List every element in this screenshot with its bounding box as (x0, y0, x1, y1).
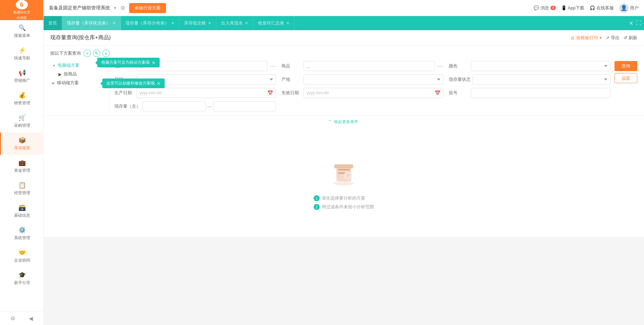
batch-no-input[interactable] (471, 88, 610, 98)
edit-scheme-button[interactable]: ✎ (93, 50, 100, 57)
sidebar-item-guide[interactable]: 🎓 新手引导 (0, 267, 43, 290)
tab-collect-summary[interactable]: 收发存汇总表 ✕ (253, 16, 294, 30)
user-menu[interactable]: 👤 用户 (619, 3, 639, 13)
query-body: 电脑方案可设为移动方案哦 ✕ ▼ 电脑端方案 ▶ 按商品 (50, 61, 637, 111)
expiry-date-label: 失效日期 (281, 90, 302, 96)
query-button[interactable]: 查询 (614, 61, 637, 71)
color-label: 颜色 (449, 63, 469, 69)
sidebar-item-purchase[interactable]: 🛒 采购管理 (0, 110, 43, 132)
current-stock-to[interactable] (213, 101, 276, 111)
finance-icon: 💼 (18, 159, 26, 166)
filter-row-current-stock: 现存量（主） — (114, 101, 276, 111)
tab-fullscreen-icon[interactable]: ⛶ (636, 20, 641, 26)
empty-tip-1: 1 请先选择要分析的方案 (314, 195, 374, 201)
tab-bar-inner: 首页 现存量（库存状况表） ✕ 现存量（库存分布表） ✕ 库存批次账 ✕ 出入库… (44, 16, 626, 30)
page-title-bar: 现存量查询(按仓库+商品) 🖨 按模板打印 ▾ ↗ 导出 ↺ 刷新 (44, 30, 644, 46)
collapse-sidebar-button[interactable]: ◀ (29, 315, 33, 322)
empty-state: ? 1 请先选择要分析的方案 2 用过滤条件来缩小分析范围 (44, 128, 644, 237)
sidebar: 6 畅通好生意 标准版 🔍 搜索菜单 ⚡ 快速导航 📢 营销推广 💰 销售管理 … (0, 0, 44, 325)
goods-label: 商品 (281, 63, 302, 69)
goods-more-icon[interactable]: ⋯ (437, 62, 443, 70)
tooltip-edit: 这里可以创建和修改方案哦 ✕ (102, 78, 165, 88)
tab-inventory-dist-close[interactable]: ✕ (171, 21, 174, 25)
tip-text-2: 用过滤条件来缩小分析范围 (322, 204, 374, 210)
svg-rect-2 (334, 164, 353, 168)
tab-inventory-status[interactable]: 现存量（库存状况表） ✕ (62, 16, 121, 30)
expiry-date-input[interactable]: yyyy-mm-dd 📅 (304, 88, 443, 98)
sales-icon: 💰 (18, 92, 26, 99)
stock-status-select[interactable] (473, 74, 610, 85)
message-badge: 9 (550, 6, 556, 10)
color-select[interactable] (471, 61, 610, 71)
scheme-arrow-icon: ▼ (52, 64, 56, 67)
enterprise-icon: 🤝 (18, 249, 26, 256)
sidebar-item-label: 采购管理 (14, 123, 30, 128)
sidebar-item-inventory[interactable]: 📦 库存核算 (0, 132, 43, 155)
tab-in-out-flow-close[interactable]: ✕ (245, 21, 248, 25)
print-button[interactable]: 🖨 按模板打印 ▾ (571, 35, 602, 41)
collapse-row[interactable]: ⌃ 收起更多条件 (44, 116, 644, 128)
tooltip-scheme-close[interactable]: ✕ (152, 60, 156, 65)
sidebar-item-search[interactable]: 🔍 搜索菜单 (0, 20, 43, 43)
tab-batch-ledger[interactable]: 库存批次账 ✕ (179, 16, 216, 30)
tab-collect-summary-label: 收发存汇总表 (258, 20, 284, 26)
app-download-label: App下载 (568, 5, 584, 11)
svg-text:?: ? (346, 173, 349, 178)
current-stock-from[interactable] (143, 101, 206, 111)
trial-button[interactable]: 体验行业方案 (129, 3, 166, 13)
back-scheme-button[interactable]: « (102, 50, 110, 57)
sidebar-item-operations[interactable]: 📋 经营管理 (0, 177, 43, 200)
tab-in-out-flow[interactable]: 出入库流水 ✕ (216, 16, 253, 30)
filter-row-goods: 商品 ⋯ (281, 61, 443, 71)
page-actions: 🖨 按模板打印 ▾ ↗ 导出 ↺ 刷新 (571, 35, 637, 41)
tab-batch-ledger-close[interactable]: ✕ (208, 21, 211, 25)
logo-icon: 6 (16, 0, 28, 9)
query-header-actions: + ✎ « (84, 50, 110, 57)
sidebar-item-basic[interactable]: 🗃️ 基础信息 (0, 200, 43, 222)
sidebar-item-sales[interactable]: 💰 销售管理 (0, 88, 43, 110)
sidebar-item-enterprise[interactable]: 🤝 企业协同 (0, 245, 43, 267)
header-right: 💬 消息 9 📱 App下载 🎧 在线客服 👤 用户 (534, 3, 639, 13)
scheme-item-mobile[interactable]: ▶ 移动端方案 (50, 78, 105, 87)
print-icon: 🖨 (571, 35, 575, 40)
tab-home[interactable]: 首页 (44, 16, 62, 30)
production-date-input[interactable]: yyyy-mm-dd 📅 (137, 88, 276, 98)
filter-row-batch-no: 批号 (449, 88, 610, 98)
system-dropdown-icon[interactable]: ▾ (114, 5, 116, 10)
add-scheme-button[interactable]: + (84, 50, 91, 57)
sidebar-item-finance[interactable]: 💼 资金管理 (0, 155, 43, 177)
sidebar-item-system[interactable]: ⚙️ 系统管理 (0, 222, 43, 245)
tab-collect-summary-close[interactable]: ✕ (286, 21, 289, 25)
tab-close-all-icon[interactable]: ✕ (629, 20, 633, 26)
export-button[interactable]: ↗ 导出 (606, 35, 620, 41)
purchase-icon: 🛒 (18, 114, 26, 121)
sidebar-item-label: 快速导航 (14, 55, 30, 61)
inventory-icon: 📦 (18, 137, 26, 144)
gear-icon[interactable]: ⚙ (120, 5, 125, 11)
expiry-date-calendar-icon: 📅 (435, 90, 440, 96)
tooltip-edit-close[interactable]: ✕ (157, 81, 161, 86)
app-download-button[interactable]: 📱 App下载 (561, 5, 584, 11)
tab-inventory-status-label: 现存量（库存状况表） (67, 20, 110, 26)
sidebar-item-quick-nav[interactable]: ⚡ 快速导航 (0, 43, 43, 65)
headset-icon: 🎧 (590, 5, 595, 10)
range-separator: — (207, 104, 212, 109)
tooltip-edit-text: 这里可以创建和修改方案哦 (106, 80, 155, 86)
svg-point-0 (334, 181, 354, 185)
sidebar-item-marketing[interactable]: 📢 营销推广 (0, 65, 43, 88)
scheme-label: 电脑端方案 (58, 62, 79, 68)
scheme-sub-item[interactable]: ▶ 按商品 (50, 70, 105, 78)
goods-input[interactable] (304, 61, 435, 71)
refresh-button[interactable]: ↺ 刷新 (624, 35, 637, 41)
set-button[interactable]: 设置 (614, 73, 637, 83)
filter-row-expiry-date: 失效日期 yyyy-mm-dd 📅 (281, 88, 443, 98)
warehouse-more-icon[interactable]: ⋯ (270, 62, 276, 70)
message-label: 消息 (540, 5, 549, 11)
message-button[interactable]: 💬 消息 9 (534, 5, 556, 11)
tab-inventory-dist[interactable]: 现存量（库存分布表） ✕ (121, 16, 179, 30)
online-support-button[interactable]: 🎧 在线客服 (590, 5, 614, 11)
settings-bottom-button[interactable]: ⚙ (10, 315, 15, 322)
origin-select[interactable] (304, 74, 443, 85)
tab-inventory-status-close[interactable]: ✕ (112, 21, 116, 25)
main-area: 装备及固定资产辅助管理系统 ▾ ⚙ 体验行业方案 💬 消息 9 📱 App下载 … (44, 0, 644, 325)
